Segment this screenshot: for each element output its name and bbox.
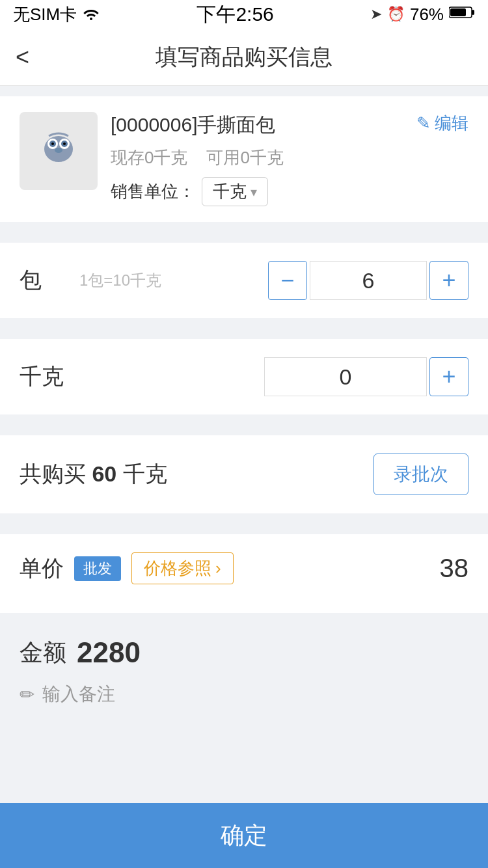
bao-plus-button[interactable]: +	[429, 261, 468, 300]
status-right: ➤ ⏰ 76%	[370, 5, 475, 25]
product-name: [0000006]手撕面包	[111, 112, 275, 139]
kg-row: 千克 +	[0, 339, 488, 414]
separator-4	[0, 425, 488, 435]
separator-1	[0, 86, 488, 96]
location-icon: ➤	[370, 6, 382, 23]
bao-row: 包 1包=10千克 − +	[0, 243, 488, 318]
chevron-right-icon: ›	[215, 558, 221, 578]
kg-plus-button[interactable]: +	[429, 357, 468, 396]
status-bar: 无SIM卡 下午2:56 ➤ ⏰ 76%	[0, 0, 488, 29]
alarm-icon: ⏰	[387, 6, 405, 23]
back-button[interactable]: <	[16, 44, 29, 71]
confirm-button[interactable]: 确定	[0, 803, 488, 868]
amount-section: 金额 2280 ✏ 输入备注	[0, 618, 488, 725]
product-unit: 销售单位： 千克 ▾	[111, 177, 468, 206]
price-ref-button[interactable]: 价格参照 ›	[131, 552, 234, 584]
unit-select[interactable]: 千克 ▾	[202, 177, 268, 206]
kg-qty-control: +	[264, 357, 468, 396]
svg-rect-2	[450, 8, 466, 16]
kg-section: 千克 +	[0, 339, 488, 414]
product-card: [0000006]手撕面包 ✎ 编辑 现存0千克 可用0千克 销售单位： 千克 …	[0, 96, 488, 222]
product-info: [0000006]手撕面包 ✎ 编辑 现存0千克 可用0千克 销售单位： 千克 …	[111, 112, 468, 206]
amount-row: 金额 2280	[20, 636, 468, 669]
bao-qty-input[interactable]	[310, 261, 427, 300]
battery-label: 76%	[410, 5, 444, 25]
product-image	[20, 112, 98, 190]
chevron-down-icon: ▾	[251, 184, 257, 200]
battery-icon	[449, 5, 475, 23]
status-time: 下午2:56	[197, 1, 273, 28]
memo-row[interactable]: ✏ 输入备注	[20, 682, 468, 707]
price-tag: 批发	[74, 556, 121, 581]
total-label: 共购买 60 千克	[20, 459, 167, 489]
bao-qty-control: − +	[268, 261, 468, 300]
svg-point-9	[63, 142, 66, 145]
carrier-label: 无SIM卡	[13, 3, 77, 26]
product-stock: 现存0千克 可用0千克	[111, 146, 468, 169]
price-row: 单价 批发 价格参照 › 38	[20, 552, 468, 584]
svg-rect-1	[472, 10, 474, 15]
pencil-icon: ✏	[20, 684, 34, 705]
kg-qty-input[interactable]	[264, 357, 427, 396]
bao-label: 包	[20, 265, 72, 295]
status-left: 无SIM卡	[13, 3, 100, 26]
kg-label: 千克	[20, 362, 72, 392]
price-value: 38	[440, 554, 469, 583]
page-title: 填写商品购买信息	[156, 42, 332, 72]
svg-point-10	[55, 148, 62, 153]
total-row: 共购买 60 千克 录批次	[0, 435, 488, 513]
bao-minus-button[interactable]: −	[268, 261, 307, 300]
separator-5	[0, 524, 488, 534]
bao-section: 包 1包=10千克 − +	[0, 243, 488, 318]
nav-bar: < 填写商品购买信息	[0, 29, 488, 86]
amount-value: 2280	[77, 636, 141, 669]
batch-button[interactable]: 录批次	[373, 454, 468, 495]
price-section: 单价 批发 价格参照 › 38	[0, 534, 488, 613]
wifi-icon	[82, 5, 100, 25]
svg-point-8	[51, 142, 54, 145]
edit-pencil-icon: ✎	[416, 113, 431, 133]
product-image-icon	[36, 124, 81, 178]
amount-label: 金额	[20, 637, 66, 669]
memo-label: 输入备注	[42, 682, 115, 707]
bao-hint: 1包=10千克	[79, 270, 161, 291]
price-label: 单价	[20, 554, 64, 584]
separator-3	[0, 329, 488, 339]
separator-2	[0, 232, 488, 243]
edit-button[interactable]: ✎ 编辑	[416, 112, 468, 135]
